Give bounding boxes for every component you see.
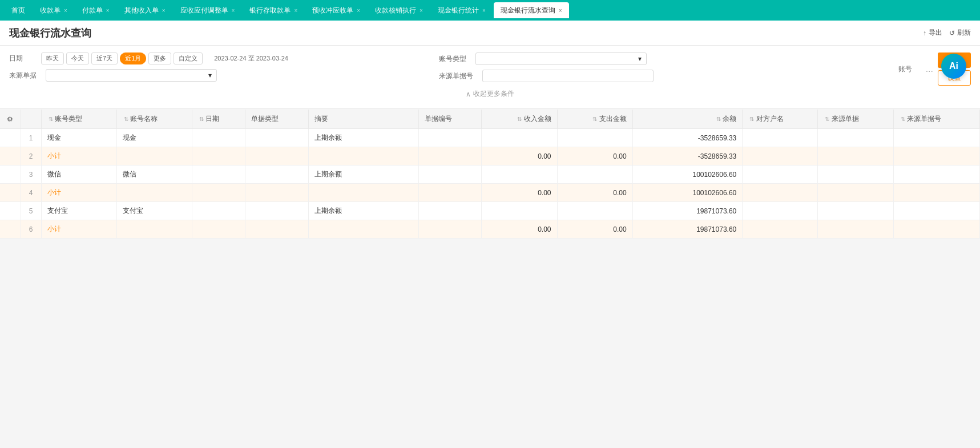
row-gear-cell	[0, 220, 21, 239]
row-doc-type	[245, 202, 309, 220]
close-bank-flow-icon[interactable]: ×	[559, 7, 562, 14]
table-row: 5 支付宝 支付宝 上期余额 19871073.60	[0, 202, 980, 220]
nav-home[interactable]: 首页	[5, 6, 32, 15]
nav-item-bank-flow[interactable]: 现金银行流水查询 ×	[494, 2, 569, 18]
table-header-row: ⚙ ⇅ 账号类型 ⇅ 账号名称 ⇅ 日期 单据类型 摘要 单据编号	[0, 110, 980, 129]
row-doc-no	[418, 166, 482, 184]
row-account-type: 支付宝	[41, 202, 116, 220]
sort-counter-party-icon: ⇅	[749, 116, 754, 122]
close-adjustment-icon[interactable]: ×	[232, 7, 235, 14]
row-account-name: 微信	[116, 166, 192, 184]
row-gear-cell	[0, 202, 21, 220]
close-other-income-icon[interactable]: ×	[162, 7, 166, 14]
close-bank-deposit-icon[interactable]: ×	[294, 7, 297, 14]
date-btn-custom[interactable]: 自定义	[174, 53, 203, 64]
chevron-up-icon: ∧	[466, 90, 471, 98]
close-bank-stats-icon[interactable]: ×	[482, 7, 486, 14]
row-source-doc-no	[893, 129, 979, 147]
source-doc-select[interactable]: ▾	[46, 69, 217, 82]
refresh-button[interactable]: ↺ 刷新	[949, 28, 971, 38]
date-btn-today[interactable]: 今天	[66, 53, 89, 64]
sort-account-type-icon: ⇅	[49, 116, 53, 122]
row-gear-cell	[0, 166, 21, 184]
row-source-doc-no	[893, 184, 979, 202]
nav-item-prepayment[interactable]: 预收冲应收单 ×	[305, 2, 367, 18]
source-doc-no-input[interactable]	[482, 70, 654, 82]
row-gear-cell	[0, 147, 21, 166]
row-date	[192, 129, 245, 147]
table-col-source-doc-no[interactable]: ⇅ 来源单据号	[893, 110, 979, 129]
refresh-icon: ↺	[949, 29, 955, 37]
row-balance: 100102606.60	[632, 184, 743, 202]
row-date	[192, 166, 245, 184]
row-income	[482, 129, 557, 147]
nav-bar: 首页 收款单 × 付款单 × 其他收入单 × 应收应付调整单 × 银行存取款单 …	[0, 0, 980, 21]
row-balance: -3528659.33	[632, 147, 743, 166]
row-summary: 上期余额	[309, 202, 419, 220]
close-prepayment-icon[interactable]: ×	[357, 7, 360, 14]
row-expense: 0.00	[557, 147, 632, 166]
date-btn-7days[interactable]: 近7天	[91, 53, 118, 64]
nav-item-verification[interactable]: 收款核销执行 ×	[368, 2, 430, 18]
nav-item-bank-deposit[interactable]: 银行存取款单 ×	[243, 2, 304, 18]
row-source-doc	[818, 147, 893, 166]
close-receipts-icon[interactable]: ×	[64, 7, 67, 14]
account-type-select[interactable]: ▾	[475, 53, 647, 65]
date-btn-yesterday[interactable]: 昨天	[41, 53, 64, 64]
table-col-balance[interactable]: ⇅ 余额	[632, 110, 743, 129]
table-col-expense[interactable]: ⇅ 支出金额	[557, 110, 632, 129]
account-more-button[interactable]: ...	[926, 64, 933, 74]
table-col-gear[interactable]: ⚙	[0, 110, 21, 129]
row-income: 0.00	[482, 220, 557, 239]
sort-source-doc-icon: ⇅	[825, 116, 829, 122]
data-table: ⚙ ⇅ 账号类型 ⇅ 账号名称 ⇅ 日期 单据类型 摘要 单据编号	[0, 110, 980, 239]
row-date	[192, 220, 245, 239]
table-col-source-doc[interactable]: ⇅ 来源单据	[818, 110, 893, 129]
source-doc-chevron-icon: ▾	[208, 71, 212, 79]
nav-item-payments[interactable]: 付款单 ×	[75, 2, 116, 18]
row-date	[192, 202, 245, 220]
row-source-doc	[818, 202, 893, 220]
row-doc-type	[245, 147, 309, 166]
row-counter-party	[743, 202, 818, 220]
row-income: 0.00	[482, 147, 557, 166]
close-payments-icon[interactable]: ×	[106, 7, 110, 14]
sort-account-name-icon: ⇅	[124, 116, 128, 122]
row-source-doc	[818, 129, 893, 147]
row-doc-type	[245, 220, 309, 239]
collapse-filters-button[interactable]: ∧ 收起更多条件	[9, 87, 971, 101]
table-col-account-type[interactable]: ⇅ 账号类型	[41, 110, 116, 129]
table-body: 1 现金 现金 上期余额 -3528659.33 2 小计 0.00 0.00 …	[0, 129, 980, 239]
row-number: 3	[21, 166, 41, 184]
table-row: 1 现金 现金 上期余额 -3528659.33	[0, 129, 980, 147]
row-expense	[557, 129, 632, 147]
nav-item-bank-stats[interactable]: 现金银行统计 ×	[431, 2, 493, 18]
source-doc-no-label: 来源单据号	[439, 71, 473, 81]
table-col-account-name[interactable]: ⇅ 账号名称	[116, 110, 192, 129]
date-btn-more[interactable]: 更多	[148, 53, 171, 64]
table-col-date[interactable]: ⇅ 日期	[192, 110, 245, 129]
row-counter-party	[743, 147, 818, 166]
ai-assistant-button[interactable]: Ai	[941, 54, 966, 79]
nav-item-other-income[interactable]: 其他收入单 ×	[118, 2, 172, 18]
row-counter-party	[743, 166, 818, 184]
row-doc-type	[245, 129, 309, 147]
close-verification-icon[interactable]: ×	[420, 7, 423, 14]
date-btn-1month[interactable]: 近1月	[120, 53, 146, 64]
export-button[interactable]: ↑ 导出	[923, 28, 942, 38]
nav-item-adjustment[interactable]: 应收应付调整单 ×	[174, 2, 242, 18]
table-col-counter-party[interactable]: ⇅ 对方户名	[743, 110, 818, 129]
account-type-chevron-icon: ▾	[638, 55, 642, 63]
row-date	[192, 147, 245, 166]
sort-income-icon: ⇅	[517, 116, 522, 122]
table-col-income[interactable]: ⇅ 收入金额	[482, 110, 557, 129]
row-counter-party	[743, 184, 818, 202]
table-col-rownum	[21, 110, 41, 129]
date-range-display: 2023-02-24 至 2023-03-24	[214, 54, 288, 63]
row-income	[482, 166, 557, 184]
row-doc-type	[245, 166, 309, 184]
nav-item-receipts[interactable]: 收款单 ×	[33, 2, 74, 18]
table-row: 4 小计 0.00 0.00 100102606.60	[0, 184, 980, 202]
row-account-name: 支付宝	[116, 202, 192, 220]
row-account-type: 小计	[41, 184, 116, 202]
